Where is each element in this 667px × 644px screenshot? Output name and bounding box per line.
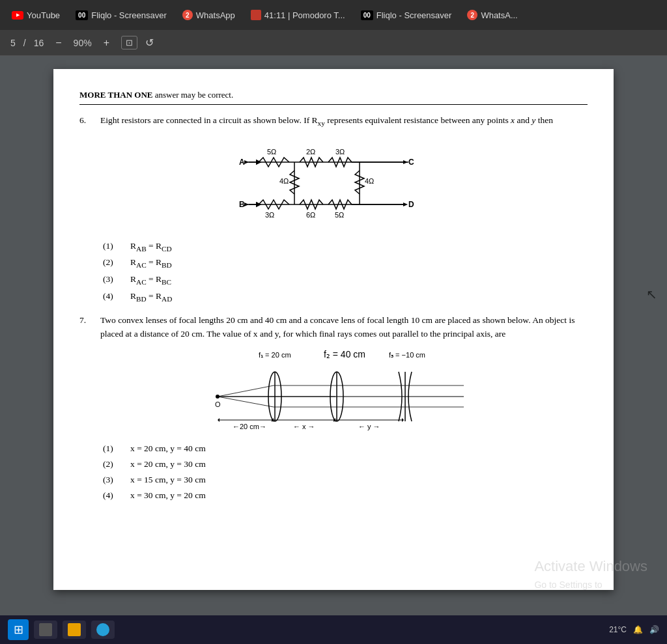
question-7-options: (1) x = 20 cm, y = 40 cm (2) x = 20 cm, … bbox=[103, 443, 588, 501]
page-total: 16 bbox=[34, 38, 44, 48]
svg-text:←  y  →: ← y → bbox=[358, 423, 380, 430]
taskbar-label-whatsapp: WhatsApp bbox=[196, 10, 235, 20]
svg-line-47 bbox=[218, 385, 274, 397]
youtube-icon bbox=[12, 11, 23, 20]
svg-marker-45 bbox=[402, 418, 404, 422]
taskbar-browser-button[interactable] bbox=[91, 621, 115, 639]
option-7-4: (4) x = 30 cm, y = 20 cm bbox=[103, 490, 588, 501]
svg-text:6Ω: 6Ω bbox=[306, 211, 315, 219]
option-7-2: (2) x = 20 cm, y = 30 cm bbox=[103, 459, 588, 469]
option-6-3: (3) RAC = RBC bbox=[103, 274, 588, 286]
svg-text:C: C bbox=[408, 158, 414, 167]
svg-text:3Ω: 3Ω bbox=[265, 211, 274, 219]
svg-text:f₃ = −10 cm: f₃ = −10 cm bbox=[389, 351, 425, 359]
taskbar-item-fliqlo1[interactable]: 00 Fliqlo - Screensaver bbox=[69, 8, 173, 23]
top-taskbar: YouTube 00 Fliqlo - Screensaver 2 WhatsA… bbox=[0, 0, 667, 30]
system-temp: 21°C bbox=[609, 625, 627, 634]
question-7-text: Two convex lenses of focal lengths 20 cm… bbox=[100, 314, 588, 341]
svg-marker-20 bbox=[244, 160, 249, 164]
question-6-options: (1) RAB = RCD (2) RAC = RBD (3) RAC = RB… bbox=[103, 241, 588, 303]
pdf-toolbar: 5 / 16 − 90% + ⊡ ↺ bbox=[0, 30, 667, 56]
taskbar-item-pomodoro[interactable]: 41:11 | Pomodoro T... bbox=[244, 7, 352, 23]
question-6-text: Eight resistors are connected in a circu… bbox=[100, 114, 588, 129]
page-current: 5 bbox=[10, 38, 16, 48]
svg-text:O: O bbox=[215, 400, 221, 408]
svg-marker-21 bbox=[244, 203, 249, 206]
rotate-button[interactable]: ↺ bbox=[145, 36, 154, 49]
browser-icon bbox=[96, 623, 109, 636]
option-7-1: (1) x = 20 cm, y = 40 cm bbox=[103, 443, 588, 454]
bottom-taskbar-right: 21°C 🔔 🔊 bbox=[609, 625, 659, 634]
option-7-3: (3) x = 15 cm, y = 30 cm bbox=[103, 475, 588, 485]
whatsapp2-badge: 2 bbox=[467, 10, 477, 20]
svg-text:5Ω: 5Ω bbox=[335, 211, 344, 219]
taskbar-label-fliqlo2: Fliqlo - Screensaver bbox=[376, 10, 452, 20]
windows-start-button[interactable]: ⊞ bbox=[8, 619, 29, 640]
search-icon bbox=[39, 623, 52, 636]
option-6-1: (1) RAB = RCD bbox=[103, 241, 588, 253]
question-6-num: 6. bbox=[79, 114, 92, 129]
svg-marker-23 bbox=[403, 203, 408, 206]
taskbar-item-youtube[interactable]: YouTube bbox=[5, 8, 66, 23]
svg-text:f₁ = 20 cm: f₁ = 20 cm bbox=[259, 351, 291, 359]
svg-text:B: B bbox=[239, 200, 245, 209]
taskbar-label-whatsapp2: WhatsA... bbox=[481, 10, 517, 20]
instruction-text: MORE THAN ONE answer may be correct. bbox=[79, 90, 588, 105]
zoom-level: 90% bbox=[74, 38, 92, 48]
taskbar-item-whatsapp[interactable]: 2 WhatsApp bbox=[176, 7, 242, 23]
notification-icon: 🔔 bbox=[633, 625, 643, 634]
question-6: 6. Eight resistors are connected in a ci… bbox=[79, 114, 588, 302]
svg-text:2Ω: 2Ω bbox=[306, 148, 315, 156]
circuit-diagram: 5Ω 2Ω 3Ω 3Ω 6Ω 5Ω bbox=[79, 139, 588, 231]
lens-svg: f₁ = 20 cm f₂ = 40 cm f₃ = −10 cm O bbox=[197, 350, 470, 434]
fit-page-button[interactable]: ⊡ bbox=[121, 36, 137, 49]
svg-text:←20 cm→: ←20 cm→ bbox=[233, 423, 266, 430]
question-7-num: 7. bbox=[79, 314, 92, 341]
svg-text:f₂ = 40 cm: f₂ = 40 cm bbox=[324, 350, 365, 359]
zoom-out-button[interactable]: − bbox=[51, 36, 65, 50]
option-6-2: (2) RAC = RBD bbox=[103, 257, 588, 269]
whatsapp-badge: 2 bbox=[182, 10, 193, 20]
taskbar-label-youtube: YouTube bbox=[27, 10, 60, 20]
svg-text:3Ω: 3Ω bbox=[335, 148, 345, 156]
bottom-taskbar: ⊞ 21°C 🔔 🔊 bbox=[0, 615, 667, 644]
svg-marker-36 bbox=[218, 418, 220, 422]
svg-marker-22 bbox=[403, 160, 408, 164]
taskbar-item-whatsapp2[interactable]: 2 WhatsA... bbox=[461, 7, 524, 23]
taskbar-item-fliqlo2[interactable]: 00 Fliqlo - Screensaver bbox=[354, 8, 459, 23]
fliqlo-icon-1: 00 bbox=[76, 10, 88, 20]
pdf-page: MORE THAN ONE answer may be correct. 6. … bbox=[53, 69, 614, 590]
page-separator: / bbox=[23, 38, 26, 48]
svg-text:← x →: ← x → bbox=[293, 423, 315, 430]
fliqlo-icon-2: 00 bbox=[361, 10, 373, 20]
lens-diagram: f₁ = 20 cm f₂ = 40 cm f₃ = −10 cm O bbox=[79, 350, 588, 434]
taskbar-label-pomodoro: 41:11 | Pomodoro T... bbox=[264, 10, 345, 20]
svg-text:A: A bbox=[239, 158, 245, 167]
files-icon bbox=[68, 623, 81, 636]
question-7-header: 7. Two convex lenses of focal lengths 20… bbox=[79, 314, 588, 341]
pdf-viewer-area: MORE THAN ONE answer may be correct. 6. … bbox=[0, 56, 667, 615]
pomodoro-icon bbox=[251, 10, 261, 20]
svg-line-53 bbox=[218, 397, 274, 407]
svg-text:4Ω: 4Ω bbox=[365, 177, 374, 185]
taskbar-search-button[interactable] bbox=[34, 621, 57, 639]
question-6-header: 6. Eight resistors are connected in a ci… bbox=[79, 114, 588, 129]
svg-text:D: D bbox=[408, 200, 414, 209]
question-7: 7. Two convex lenses of focal lengths 20… bbox=[79, 314, 588, 501]
taskbar-label-fliqlo1: Fliqlo - Screensaver bbox=[91, 10, 167, 20]
taskbar-files-button[interactable] bbox=[63, 621, 86, 639]
circuit-svg: 5Ω 2Ω 3Ω 3Ω 6Ω 5Ω bbox=[223, 139, 444, 231]
svg-text:5Ω: 5Ω bbox=[267, 148, 276, 156]
zoom-in-button[interactable]: + bbox=[100, 36, 113, 50]
volume-icon: 🔊 bbox=[649, 625, 659, 634]
svg-text:4Ω: 4Ω bbox=[279, 177, 289, 185]
option-6-4: (4) RBD = RAD bbox=[103, 291, 588, 303]
bottom-taskbar-left: ⊞ bbox=[8, 619, 115, 640]
